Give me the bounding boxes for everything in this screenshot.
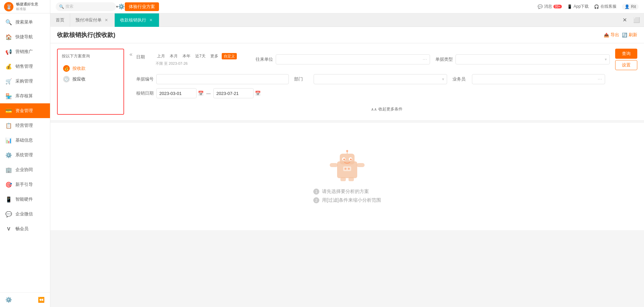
settings-bottom-icon[interactable]: ⚙️ (5, 297, 12, 303)
sidebar-logo: 🐰 畅捷通好生意 标准版 (0, 0, 50, 13)
form-row-1: 日期 上月 本月 本年 近7天 更多 自定义 不限 至 2023-07-26 (136, 49, 637, 70)
empty-tip-2: 2 用[过滤]条件来缩小分析范围 (313, 197, 381, 203)
offset-date-start-field: 📅 (156, 88, 204, 98)
smart-hw-icon: 📱 (5, 196, 12, 203)
svg-rect-12 (343, 166, 351, 171)
voucher-no-label: 单据编号 (136, 76, 154, 82)
main-content: 收款核销执行(按收款) 📤 导出 🔄 刷新 按以下方案查询 💰 按收款 🕐 按应… (50, 27, 644, 307)
collapse-filter-icon: « (129, 51, 132, 57)
message-btn[interactable]: 💬 消息 99+ (538, 4, 562, 9)
online-service-btn[interactable]: 🎧 在线客服 (594, 4, 616, 9)
export-icon: 📤 (604, 33, 609, 38)
sidebar-item-member[interactable]: V 畅会员 (0, 221, 50, 236)
sidebar-item-smart-hw[interactable]: 📱 智能硬件 (0, 192, 50, 207)
form-row-2: 单据编号 部门 ▾ 业务员 ··· (136, 74, 637, 84)
maximize-icon[interactable]: ⬜ (632, 15, 641, 25)
counterpart-select[interactable]: ··· (276, 54, 430, 64)
salesperson-select[interactable]: ··· (472, 74, 605, 84)
shortcut-last-month[interactable]: 上月 (156, 53, 166, 60)
svg-rect-9 (357, 163, 365, 167)
tab-home[interactable]: 首页 (50, 13, 70, 27)
close-tab-icon[interactable]: ✕ (620, 15, 629, 25)
export-btn[interactable]: 📤 导出 (604, 32, 619, 38)
svg-rect-10 (340, 177, 346, 181)
offset-date-end-field: 📅 (213, 88, 261, 98)
receipt-filter-icon: 💰 (63, 65, 70, 72)
app-icon: 📱 (567, 4, 572, 9)
sidebar-item-inventory[interactable]: 🏪 库存核算 (0, 89, 50, 103)
sidebar-item-search-menu[interactable]: 🔍 搜索菜单 (0, 15, 50, 30)
svg-rect-1 (340, 154, 355, 164)
counterpart-dots-icon: ··· (423, 56, 427, 62)
voucher-type-select[interactable]: ▾ (455, 54, 610, 64)
sidebar-item-marketing[interactable]: 📢 营销推广 (0, 44, 50, 59)
sidebar-item-system-mgmt[interactable]: ⚙️ 系统管理 (0, 148, 50, 162)
tab-prepay-offset[interactable]: 预付冲应付单 ✕ (70, 13, 115, 27)
svg-point-14 (348, 168, 350, 170)
dept-arrow-icon: ▾ (442, 77, 444, 82)
page-header: 收款核销执行(按收款) 📤 导出 🔄 刷新 (50, 27, 644, 43)
sidebar-item-sales-mgmt[interactable]: 💰 销售管理 (0, 59, 50, 74)
shortcut-this-month[interactable]: 本月 (168, 53, 179, 60)
sidebar-item-guide[interactable]: 🎯 新手引导 (0, 177, 50, 192)
sidebar: 🐰 畅捷通好生意 标准版 🔍 搜索菜单 🏠 快捷导航 📢 营销推广 💰 销售管理… (0, 0, 50, 307)
filter-by-receipt[interactable]: 💰 按收款 (60, 63, 121, 74)
shortcut-this-year[interactable]: 本年 (181, 53, 192, 60)
system-mgmt-icon: ⚙️ (5, 152, 12, 158)
shortcut-7days[interactable]: 近7天 (194, 53, 207, 60)
collapse-more-btn[interactable]: ∧∧ 收起更多条件 (136, 104, 637, 115)
setting-btn[interactable]: 设置 (615, 60, 637, 70)
svg-point-4 (343, 159, 345, 160)
logo-icon: 🐰 (4, 2, 13, 11)
voucher-type-label: 单据类型 (435, 56, 453, 62)
sidebar-item-wechat[interactable]: 💬 企业微信 (0, 207, 50, 221)
query-setting-btns: 查询 设置 (615, 49, 637, 70)
empty-state: 1 请先选择要分析的方案 2 用[过滤]条件来缩小分析范围 (50, 123, 644, 230)
calendar-start-icon[interactable]: 📅 (198, 91, 204, 96)
tab-bar-actions: ✕ ⬜ (620, 15, 644, 25)
calendar-end-icon[interactable]: 📅 (255, 91, 261, 96)
industry-btn[interactable]: 体验行业方案 (125, 2, 159, 11)
page-actions: 📤 导出 🔄 刷新 (604, 32, 637, 38)
query-btn[interactable]: 查询 (615, 49, 637, 59)
top-search-bar[interactable]: 🔍 搜索 (56, 2, 116, 11)
user-icon: 👤 (625, 4, 630, 9)
department-label: 部门 (294, 76, 311, 82)
sidebar-item-basic-info[interactable]: 📊 基础信息 (0, 133, 50, 148)
counterpart-label: 往来单位 (256, 56, 273, 62)
filter-by-receivable[interactable]: 🕐 按应收 (60, 74, 121, 85)
sidebar-item-quick-nav[interactable]: 🏠 快捷导航 (0, 30, 50, 44)
search-menu-icon: 🔍 (5, 19, 12, 25)
quick-nav-icon: 🏠 (5, 34, 12, 40)
inventory-icon: 🏪 (5, 93, 12, 99)
wechat-icon: 💬 (5, 211, 12, 217)
date-field-group: 日期 上月 本月 本年 近7天 更多 自定义 不限 至 2023-07-26 (136, 53, 250, 66)
sidebar-item-purchase-mgmt[interactable]: 🛒 采购管理 (0, 74, 50, 89)
tab-receipt-offset[interactable]: 收款核销执行 ✕ (115, 13, 159, 27)
app-download-btn[interactable]: 📱 App下载 (567, 4, 589, 9)
purchase-mgmt-icon: 🛒 (5, 78, 12, 85)
refresh-btn[interactable]: 🔄 刷新 (622, 32, 637, 38)
settings-icon[interactable]: ⚙️ (118, 3, 125, 10)
voucher-no-field: 单据编号 (136, 74, 289, 84)
voucher-type-arrow-icon: ▾ (605, 57, 607, 62)
marketing-icon: 📢 (5, 49, 12, 55)
collapse-sidebar-btn[interactable]: ⏪ (38, 297, 45, 303)
logo-text: 畅捷通好生意 标准版 (16, 2, 38, 11)
sidebar-item-enterprise-coop[interactable]: 🏢 企业协同 (0, 162, 50, 177)
tab-close-prepay[interactable]: ✕ (104, 17, 109, 23)
svg-rect-8 (330, 163, 338, 167)
collapse-filter-btn[interactable]: « (129, 49, 136, 115)
department-field: 部门 ▾ (294, 74, 447, 84)
sidebar-item-fund-mgmt[interactable]: 💳 资金管理 (0, 103, 50, 118)
offset-date-start-input[interactable] (156, 88, 197, 98)
sidebar-item-business-mgmt[interactable]: 📋 经营管理 (0, 118, 50, 133)
date-label: 日期 (136, 53, 153, 60)
tab-close-receipt[interactable]: ✕ (148, 17, 154, 23)
offset-date-end-input[interactable] (213, 88, 254, 98)
voucher-no-input[interactable] (156, 74, 289, 84)
svg-point-13 (344, 168, 346, 170)
department-select[interactable]: ▾ (314, 74, 447, 84)
user-avatar[interactable]: 👤 Rit (622, 4, 639, 10)
shortcut-more[interactable]: 更多 (209, 53, 220, 60)
